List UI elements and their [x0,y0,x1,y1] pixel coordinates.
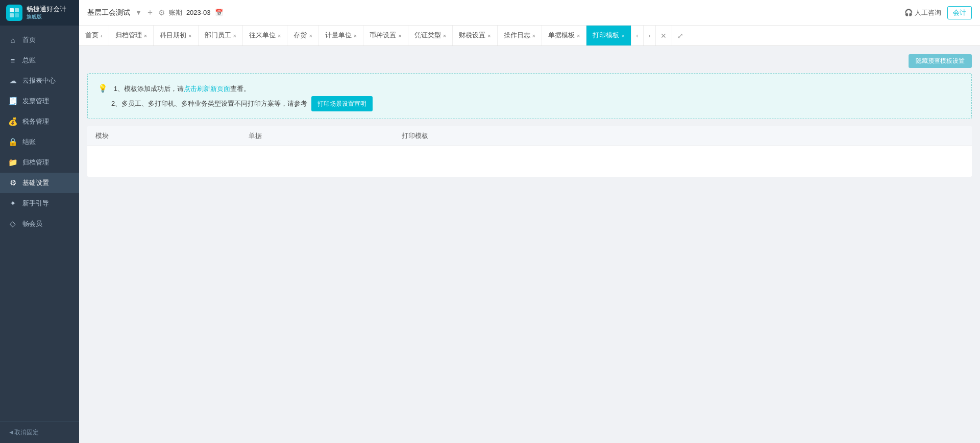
notice-line1: 💡 1、模板添加成功后，请点击刷新新页面查看。 [98,81,961,96]
explain-button[interactable]: 打印场景设置宣明 [311,96,373,111]
sidebar-item-label: 基础设置 [22,178,49,188]
ledger-icon: ≡ [8,56,17,65]
topbar-right: 🎧 人工咨询 会计 [904,6,972,19]
app-logo-icon [6,5,22,21]
tab-partner[interactable]: 往来单位 × [243,26,287,45]
tab-close-icon[interactable]: × [532,33,535,39]
sidebar-item-invoice[interactable]: 🧾 发票管理 [0,91,79,111]
sidebar-item-home[interactable]: ⌂ 首页 [0,30,79,50]
tab-close-icon[interactable]: × [398,33,401,39]
tab-operation-log[interactable]: 操作日志 × [498,26,542,45]
period-value: 2023-03 [186,9,211,16]
tab-archive[interactable]: 归档管理 × [109,26,154,45]
svg-rect-0 [10,8,14,12]
sidebar-item-guide[interactable]: ✦ 新手引导 [0,193,79,214]
tab-label: 归档管理 [115,31,142,40]
tab-prev-button[interactable]: ‹ [631,26,644,45]
tab-tax-setting[interactable]: 财税设置 × [453,26,497,45]
sidebar-item-label: 发票管理 [22,97,49,106]
archive-icon: 📁 [8,158,17,167]
sidebar-item-label: 归档管理 [22,158,49,167]
tab-next-button[interactable]: › [644,26,656,45]
sidebar-item-label: 税务管理 [22,117,49,126]
tab-document-template[interactable]: 单据模板 × [542,26,586,45]
sidebar-nav: ⌂ 首页 ≡ 总账 ☁ 云报表中心 🧾 发票管理 💰 税务管理 🔒 结账 📁 归… [0,26,79,422]
bulb-icon: 💡 [98,84,108,92]
sidebar-item-label: 云报表中心 [22,76,56,85]
tab-label: 存货 [293,31,307,40]
kuaiji-button[interactable]: 会计 [947,6,972,19]
svg-rect-1 [15,8,19,12]
page-content: 隐藏预查模板设置 💡 1、模板添加成功后，请点击刷新新页面查看。 2、多员工、多… [79,46,980,443]
sidebar-item-label: 新手引导 [22,199,49,208]
tab-currency[interactable]: 币种设置 × [363,26,408,45]
sidebar-item-reports[interactable]: ☁ 云报表中心 [0,71,79,91]
tab-label: 打印模板 [593,31,619,40]
sidebar-unpin[interactable]: ◄取消固定 [0,422,79,443]
headset-icon: 🎧 [904,9,913,16]
col-module-header: 模块 [95,131,249,141]
reports-icon: ☁ [8,76,17,85]
sidebar-item-closing[interactable]: 🔒 结账 [0,132,79,152]
tab-voucher-type[interactable]: 凭证类型 × [408,26,453,45]
tab-close-all-button[interactable]: ✕ [656,26,672,45]
tabbar: 首页 ‹ 归档管理 × 科目期初 × 部门员工 × 往来单位 × 存货 × 计量… [79,26,980,46]
sidebar-item-label: 畅会员 [22,219,42,228]
member-icon: ◇ [8,219,17,228]
tab-inventory[interactable]: 存货 × [287,26,318,45]
table-body [87,146,972,177]
tab-close-icon[interactable]: × [443,33,446,39]
sidebar-item-archive[interactable]: 📁 归档管理 [0,152,79,173]
tab-close-icon[interactable]: × [278,33,281,39]
tab-label: 科目期初 [160,31,186,40]
app-name-block: 畅捷通好会计 旗舰版 [27,5,66,21]
tab-close-icon[interactable]: × [354,33,357,39]
data-table: 模块 单据 打印模板 [87,126,972,177]
col-single-header: 单据 [249,131,402,141]
notice-line1-prefix: 1、模板添加成功后，请 [114,85,184,92]
company-dropdown-icon[interactable]: ▼ [135,9,142,16]
sidebar-item-label: 结账 [22,137,36,147]
tab-close-icon[interactable]: × [621,33,624,39]
table-header: 模块 单据 打印模板 [87,126,972,146]
refresh-link[interactable]: 点击刷新新页面 [184,85,230,92]
tab-label: 财税设置 [459,31,485,40]
tab-home[interactable]: 首页 ‹ [79,26,109,45]
tab-close-icon[interactable]: × [577,33,580,39]
sidebar-item-ledger[interactable]: ≡ 总账 [0,50,79,71]
sidebar-item-member[interactable]: ◇ 畅会员 [0,214,79,234]
sidebar: 畅捷通好会计 旗舰版 ⌂ 首页 ≡ 总账 ☁ 云报表中心 🧾 发票管理 💰 税务… [0,0,79,443]
tab-label: 往来单位 [249,31,276,40]
tab-close-icon[interactable]: × [233,33,236,39]
tab-label: 计量单位 [325,31,352,40]
tab-subject[interactable]: 科目期初 × [154,26,198,45]
sidebar-item-tax[interactable]: 💰 税务管理 [0,111,79,132]
tab-expand-button[interactable]: ⤢ [672,26,689,45]
notice-line1-suffix: 查看。 [230,85,250,92]
tab-dept[interactable]: 部门员工 × [199,26,243,45]
add-tab-button[interactable]: ＋ [146,7,154,18]
tab-label: 部门员工 [205,31,231,40]
basic-icon: ⚙ [8,178,17,188]
tab-close-icon[interactable]: × [144,33,147,39]
sidebar-item-basic[interactable]: ⚙ 基础设置 [0,173,79,193]
invoice-icon: 🧾 [8,97,17,106]
tab-label: 首页 [85,31,99,40]
tab-close-icon[interactable]: × [309,33,312,39]
tab-print-template[interactable]: 打印模板 × [586,26,631,45]
svg-rect-2 [10,13,14,17]
tax-icon: 💰 [8,117,17,126]
tab-close-icon[interactable]: × [188,33,191,39]
sidebar-item-label: 总账 [22,56,36,65]
hide-preview-button[interactable]: 隐藏预查模板设置 [909,54,972,68]
sidebar-item-label: 首页 [22,35,36,44]
tab-unit[interactable]: 计量单位 × [319,26,363,45]
service-button[interactable]: 🎧 人工咨询 [904,8,941,17]
tab-close-icon[interactable]: × [487,33,491,39]
app-name: 畅捷通好会计 [27,5,66,14]
calendar-icon[interactable]: 📅 [215,9,223,16]
notice-box: 💡 1、模板添加成功后，请点击刷新新页面查看。 2、多员工、多打印机、多种业务类… [87,73,972,119]
guide-icon: ✦ [8,199,17,208]
settings-icon[interactable]: ⚙ [158,8,165,17]
tab-label: 单据模板 [548,31,575,40]
